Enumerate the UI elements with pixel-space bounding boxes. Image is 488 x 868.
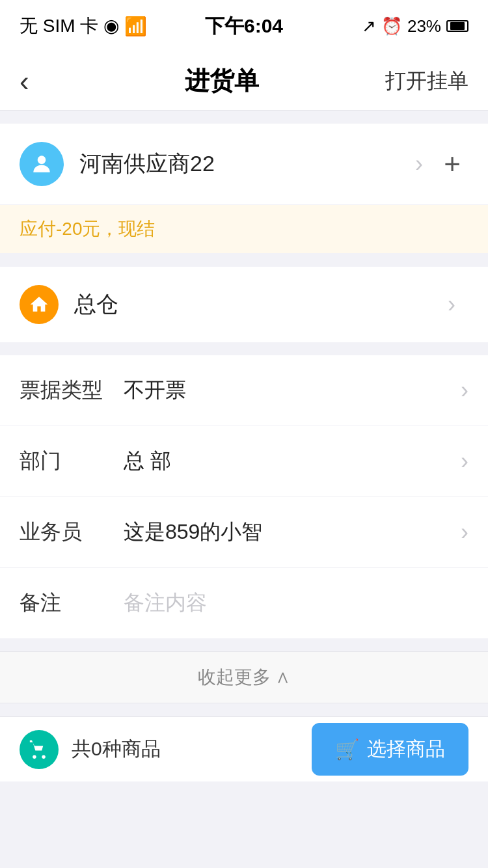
ticket-type-row[interactable]: 票据类型 不开票 › [0,355,488,426]
user-icon [29,152,54,176]
add-supplier-button[interactable]: + [436,148,468,180]
alarm-icon: ⏰ [381,16,402,36]
supplier-row[interactable]: 河南供应商22 › + [0,124,488,205]
warehouse-name: 总仓 [74,290,448,319]
supplier-card: 河南供应商22 › + 应付-20元，现结 [0,124,488,254]
supplier-notice: 应付-20元，现结 [0,205,488,254]
ticket-type-value: 不开票 [111,376,461,405]
salesman-row[interactable]: 业务员 这是859的小智 › [0,497,488,568]
ticket-type-chevron-icon: › [461,377,468,404]
salesman-chevron-icon: › [461,519,468,546]
open-pending-button[interactable]: 打开挂单 [385,67,468,96]
back-button[interactable]: ‹ [20,65,59,98]
wifi-icon: 📶 [124,16,147,37]
remark-input[interactable]: 备注内容 [111,589,468,617]
dept-value: 总 部 [111,447,461,476]
bottom-bar: 共0种商品 🛒 选择商品 [0,716,488,781]
dept-row[interactable]: 部门 总 部 › [0,426,488,497]
ticket-type-label: 票据类型 [20,376,111,405]
house-icon [29,294,49,315]
dept-chevron-icon: › [461,448,468,475]
supplier-chevron-icon: › [415,150,423,178]
warehouse-card: 总仓 › [0,267,488,342]
warehouse-chevron-icon: › [448,291,455,318]
status-left: 无 SIM 卡 ◉ 📶 [20,14,147,38]
dept-label: 部门 [20,447,111,476]
collapse-row[interactable]: 收起更多 ∧ [0,651,488,703]
sim-label: 无 SIM 卡 ◉ [20,14,119,38]
goods-count: 共0种商品 [72,736,312,763]
warehouse-icon [20,285,59,324]
nav-bar: ‹ 进货单 打开挂单 [0,52,488,111]
collapse-label: 收起更多 ∧ [198,665,291,690]
page-title: 进货单 [59,64,385,98]
warehouse-row[interactable]: 总仓 › [0,267,488,342]
remark-row[interactable]: 备注 备注内容 [0,568,488,638]
select-goods-cart-icon: 🛒 [335,738,359,761]
location-icon: ↗ [362,16,376,36]
section-gap-2 [0,254,488,267]
status-time: 下午6:04 [205,13,283,40]
supplier-name: 河南供应商22 [79,149,415,179]
select-goods-label: 选择商品 [367,736,445,763]
salesman-value: 这是859的小智 [111,518,461,547]
status-bar: 无 SIM 卡 ◉ 📶 下午6:04 ↗ ⏰ 23% [0,0,488,52]
cart-icon [28,739,50,761]
section-gap-1 [0,111,488,124]
status-right: ↗ ⏰ 23% [362,16,468,36]
select-goods-button[interactable]: 🛒 选择商品 [312,723,468,776]
battery-label: 23% [407,16,441,36]
supplier-avatar [20,142,64,186]
battery-icon [446,20,468,32]
remark-label: 备注 [20,589,111,617]
form-card: 票据类型 不开票 › 部门 总 部 › 业务员 这是859的小智 › 备注 备注… [0,355,488,638]
svg-point-0 [38,156,46,164]
goods-icon [20,730,59,769]
salesman-label: 业务员 [20,518,111,547]
